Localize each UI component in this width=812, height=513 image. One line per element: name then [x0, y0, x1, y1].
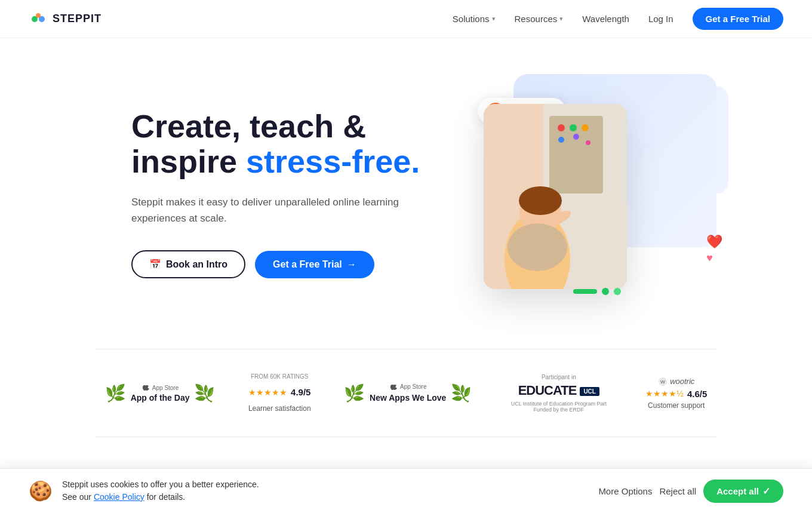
- stars-row: ★★★★★ 4.9/5: [248, 387, 310, 397]
- nav-solutions[interactable]: Solutions ▾: [453, 14, 496, 24]
- calendar-icon: 📅: [149, 259, 161, 270]
- svg-point-11: [586, 140, 590, 145]
- nav-resources[interactable]: Resources ▾: [515, 14, 564, 24]
- logo[interactable]: STEPPIT: [29, 10, 102, 29]
- svg-point-8: [582, 124, 589, 131]
- hero-dots: [573, 288, 621, 295]
- logo-icon: [29, 10, 48, 29]
- arrow-right-icon: →: [347, 259, 356, 270]
- badge-app-of-day: 🌿 App Store App of the Day 🌿: [105, 383, 216, 403]
- hero-phone-card: [484, 104, 627, 289]
- hero-subtitle: Steppit makes it easy to deliver unparal…: [131, 194, 430, 226]
- badge-award-newapps: 🌿 App Store New Apps We Love 🌿: [344, 383, 472, 403]
- hero-title: Create, teach & inspire stress-free.: [131, 109, 430, 180]
- badge-wootric: W wootric ★★★★½ 4.6/5 Customer support: [645, 377, 707, 410]
- svg-point-7: [570, 124, 577, 131]
- badge-educate: Participant in EDUCATE UCL UCL Institute…: [505, 374, 613, 413]
- svg-point-9: [558, 137, 564, 143]
- chevron-down-icon: ▾: [492, 15, 496, 23]
- dot-2: [614, 288, 621, 295]
- badge-award-appofday: 🌿 App Store App of the Day 🌿: [105, 383, 216, 403]
- svg-point-10: [573, 134, 579, 140]
- book-intro-button[interactable]: 📅 Book an Intro: [131, 250, 245, 278]
- svg-point-14: [519, 186, 562, 215]
- nav-login[interactable]: Log In: [648, 14, 673, 24]
- svg-point-6: [558, 124, 565, 131]
- nav-wavelength[interactable]: Wavelength: [582, 14, 629, 24]
- logo-text: STEPPIT: [53, 13, 102, 25]
- svg-point-16: [508, 223, 567, 271]
- nav-links: Solutions ▾ Resources ▾ Wavelength Log I…: [453, 8, 783, 30]
- badge-learner-satisfaction: FROM 60K RATINGS ★★★★★ 4.9/5 Learner sat…: [248, 373, 311, 413]
- ucl-box: UCL: [580, 385, 599, 396]
- get-trial-button[interactable]: Get a Free Trial →: [255, 251, 374, 278]
- navbar: STEPPIT Solutions ▾ Resources ▾ Waveleng…: [0, 0, 812, 38]
- app-store-row: App Store: [142, 383, 179, 392]
- app-store-row2: App Store: [389, 383, 426, 391]
- badges-section: 🌿 App Store App of the Day 🌿 FROM 60K RA…: [0, 349, 812, 437]
- hero-content: Create, teach & inspire stress-free. Ste…: [131, 109, 430, 278]
- wootric-icon: W: [658, 377, 668, 386]
- floating-hearts: ❤️♥: [706, 234, 722, 265]
- apple-icon: [142, 383, 150, 392]
- laurel-right-icon2: 🌿: [451, 383, 472, 403]
- svg-text:W: W: [660, 379, 665, 385]
- wootric-stars-row: ★★★★½ 4.6/5: [645, 389, 707, 399]
- girl-image: [484, 104, 627, 289]
- hero-illustration: ❤️♥: [478, 74, 716, 313]
- dot-1: [602, 288, 609, 295]
- chevron-down-icon: ▾: [559, 15, 563, 23]
- wootric-logo-row: W wootric: [658, 377, 694, 386]
- hero-buttons: 📅 Book an Intro Get a Free Trial →: [131, 250, 430, 278]
- laurel-left-icon: 🌿: [105, 383, 126, 403]
- svg-point-2: [36, 13, 41, 18]
- girl-svg: [484, 104, 627, 289]
- laurel-right-icon: 🌿: [194, 383, 215, 403]
- laurel-left-icon2: 🌿: [344, 383, 365, 403]
- section-divider-bottom: [96, 437, 716, 437]
- badge-inner2: App Store New Apps We Love: [370, 383, 446, 403]
- educate-logos: EDUCATE UCL: [518, 383, 599, 398]
- dot-active: [573, 289, 597, 294]
- badge-inner: App Store App of the Day: [131, 383, 190, 403]
- badge-new-apps: 🌿 App Store New Apps We Love 🌿: [344, 383, 472, 403]
- nav-get-trial-button[interactable]: Get a Free Trial: [693, 8, 783, 30]
- hero-section: Create, teach & inspire stress-free. Ste…: [0, 38, 812, 349]
- apple-icon2: [389, 383, 398, 391]
